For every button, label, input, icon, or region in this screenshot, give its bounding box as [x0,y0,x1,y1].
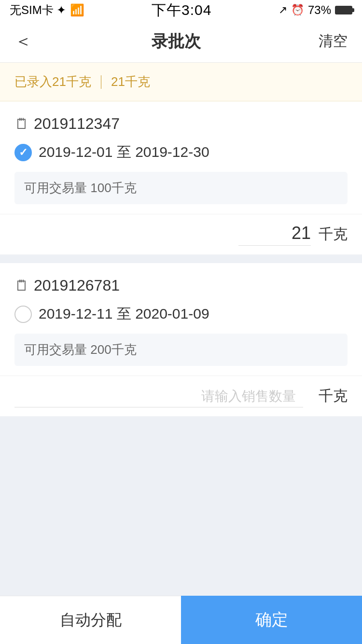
batch-1-qty-row: 21 千克 [0,214,362,254]
info-banner: 已录入21千克 21千克 [0,63,362,101]
batch-2-number: 2019126781 [34,277,120,294]
batch-2-unit: 千克 [319,386,348,406]
auto-distribute-button[interactable]: 自动分配 [0,596,181,644]
batch-1-unit: 千克 [319,224,348,244]
status-left: 无SIM卡 ✦ 📶 [10,2,84,18]
alarm-icon: ⏰ [291,4,304,16]
batch-1-qty-line [238,245,311,246]
batch-1-qty-wrapper: 21 [238,223,311,246]
sim-text: 无SIM卡 ✦ [10,2,66,18]
info-value: 21千克 [111,73,150,90]
status-bar: 无SIM卡 ✦ 📶 下午3:04 ↗ ⏰ 73% [0,0,362,20]
recorded-label: 已录入21千克 [14,73,91,90]
status-time: 下午3:04 [152,0,211,20]
batch-card-2: 🗒 2019126781 2019-12-11 至 2020-01-09 可用交… [0,263,362,416]
page-title: 录批次 [152,30,201,53]
batch-1-quantity: 21 [292,223,311,243]
batch-1-header: 🗒 2019112347 [0,101,362,138]
batch-2-date-row[interactable]: 2019-12-11 至 2020-01-09 [0,299,362,331]
batch-2-radio[interactable] [14,306,32,323]
doc-icon-1: 🗒 [14,116,29,132]
section-separator [0,255,362,263]
batch-1-date: 2019-12-01 至 2019-12-30 [39,142,209,162]
batch-2-qty-input[interactable] [14,385,303,405]
batch-1-number: 2019112347 [34,115,120,133]
info-divider [101,75,101,89]
empty-area [0,417,362,620]
batch-2-date: 2019-12-11 至 2020-01-09 [39,304,209,324]
battery-icon [335,6,352,14]
batch-card-1: 🗒 2019112347 2019-12-01 至 2019-12-30 可用交… [0,101,362,254]
batch-2-qty-wrapper [14,385,303,407]
batch-1-avail: 可用交易量 100千克 [14,172,348,204]
back-button[interactable]: ＜ [14,29,43,53]
batch-1-date-row[interactable]: 2019-12-01 至 2019-12-30 [0,138,362,169]
main-content: 🗒 2019112347 2019-12-01 至 2019-12-30 可用交… [0,101,362,644]
batch-2-qty-line [14,407,303,407]
doc-icon-2: 🗒 [14,278,29,294]
location-icon: ↗ [278,4,287,16]
battery-percent: 73% [308,3,331,17]
batch-1-radio[interactable] [14,144,32,161]
nav-bar: ＜ 录批次 清空 [0,20,362,63]
clear-button[interactable]: 清空 [309,31,348,51]
batch-2-avail: 可用交易量 200千克 [14,334,348,366]
batch-2-header: 🗒 2019126781 [0,263,362,299]
wifi-icon: 📶 [70,3,84,17]
bottom-bar: 自动分配 确定 [0,596,362,644]
confirm-button[interactable]: 确定 [181,596,362,644]
status-right: ↗ ⏰ 73% [278,3,352,17]
batch-2-qty-row: 千克 [0,376,362,416]
